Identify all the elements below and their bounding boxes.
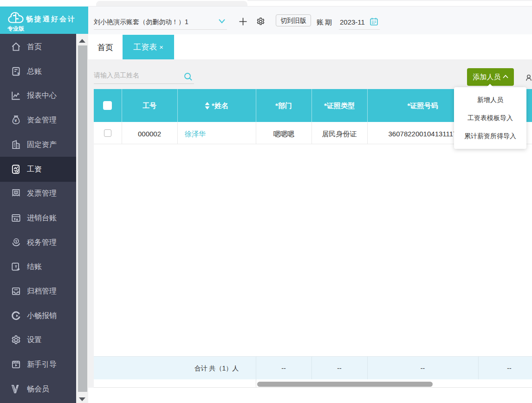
svg-text:¥: ¥: [17, 71, 19, 76]
svg-text:¥: ¥: [14, 118, 17, 123]
